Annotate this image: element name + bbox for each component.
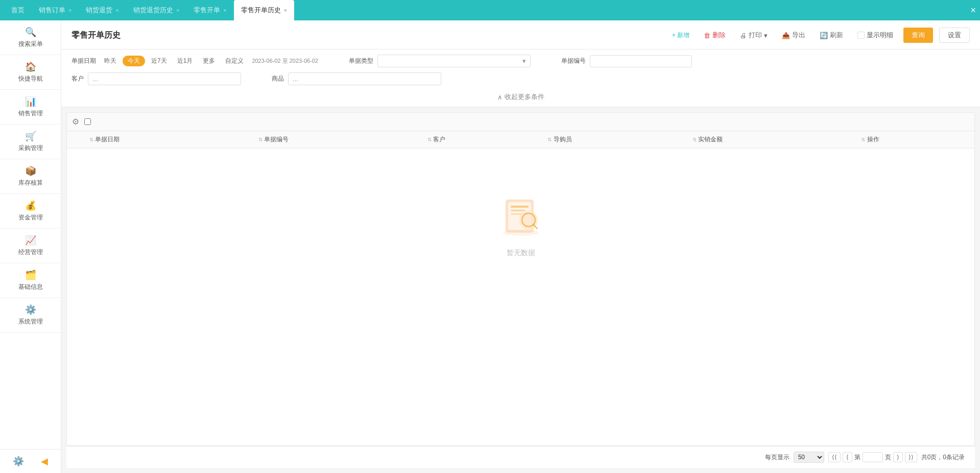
delete-label: 删除 [712, 31, 726, 40]
sidebar-label-sales: 销售管理 [18, 109, 43, 118]
tab-sales-return-history[interactable]: 销货退货历史× [126, 0, 186, 20]
tab-retail-open[interactable]: 零售开单× [186, 0, 233, 20]
client-label: 客户 [71, 74, 84, 83]
data-table: ⇅ 单据日期⇅ 单据编号⇅ 客户⇅ 导购员⇅ 实销金额⇅ 操作 [67, 131, 974, 148]
collapse-button[interactable]: ∧ 收起更多条件 [497, 92, 544, 102]
sidebar-item-search[interactable]: 🔍 搜索采单 [0, 20, 61, 55]
goods-label: 商品 [272, 74, 284, 83]
sidebar-bottom: ⚙️ ◀ [0, 449, 61, 473]
page-title-row: 零售开单历史 + 新增 🗑 删除 🖨 打印 ▾ 📤 导出 [71, 28, 970, 43]
collapse-label: 收起更多条件 [505, 92, 544, 102]
sidebar-label-nav: 快捷导航 [18, 74, 43, 83]
col-header-client[interactable]: ⇅ 客户 [420, 131, 541, 148]
sidebar-item-purchase[interactable]: 🛒 采购管理 [0, 125, 61, 159]
table-settings-icon[interactable]: ⚙ [72, 117, 79, 127]
col-header-guide[interactable]: ⇅ 导购员 [540, 131, 685, 148]
add-button[interactable]: + 新增 [668, 29, 694, 42]
refresh-button[interactable]: 🔄 刷新 [816, 29, 847, 42]
goods-filter: 商品 ... [272, 72, 441, 85]
sidebar-icon-purchase: 🛒 [25, 131, 36, 142]
col-header-date[interactable]: ⇅ 单据日期 [82, 131, 251, 148]
collapse-icon[interactable]: ◀ [41, 456, 48, 467]
display-detail-button[interactable]: 显示明细 [853, 29, 897, 42]
sidebar-item-nav[interactable]: 🏠 快捷导航 [0, 55, 61, 90]
next-page-button[interactable]: ⟩ [893, 452, 903, 462]
date-filter: 单据日期 昨天今天近7天近1月更多自定义 2023-06-02 至 2023-0… [71, 56, 318, 66]
collapse-row: ∧ 收起更多条件 [71, 90, 970, 102]
tab-close-retail-open-history[interactable]: × [284, 7, 287, 13]
query-button[interactable]: 查询 [903, 28, 933, 43]
sort-icon-guide: ⇅ [547, 137, 552, 142]
top-bar-actions: × [966, 5, 976, 16]
page-input[interactable]: 1 [863, 452, 883, 462]
svg-rect-4 [511, 210, 525, 211]
num-input[interactable] [590, 55, 692, 67]
tab-list: 首页销售订单×销货退货×销货退货历史×零售开单×零售开单历史× [4, 0, 966, 20]
sort-icon-date: ⇅ [89, 137, 93, 142]
date-btn-近1月[interactable]: 近1月 [173, 56, 197, 66]
tab-home[interactable]: 首页 [4, 0, 32, 20]
tab-retail-open-history[interactable]: 零售开单历史× [234, 0, 294, 20]
per-page-select[interactable]: 50 100 200 [794, 452, 824, 463]
date-btn-近7天[interactable]: 近7天 [147, 56, 171, 66]
first-page-button[interactable]: ⟨⟨ [828, 452, 841, 462]
sidebar-label-basic: 基础信息 [18, 283, 43, 291]
type-select[interactable]: ▾ [377, 55, 531, 67]
sort-icon-action: ⇅ [861, 137, 865, 142]
tab-label-retail-open-history: 零售开单历史 [241, 6, 281, 15]
delete-button[interactable]: 🗑 删除 [700, 29, 730, 42]
sidebar-label-search: 搜索采单 [18, 40, 43, 48]
select-all-checkbox[interactable] [84, 118, 91, 125]
date-btn-昨天[interactable]: 昨天 [100, 56, 121, 66]
date-btn-更多[interactable]: 更多 [199, 56, 219, 66]
empty-state: 暂无数据 [67, 148, 974, 298]
print-button[interactable]: 🖨 打印 ▾ [736, 29, 772, 42]
settings-icon[interactable]: ⚙️ [13, 456, 24, 467]
delete-icon: 🗑 [704, 32, 710, 39]
tab-label-sales-return: 销货退货 [86, 6, 112, 15]
settings-button[interactable]: 设置 [939, 28, 970, 43]
display-checkbox[interactable] [857, 32, 865, 39]
svg-rect-3 [511, 206, 529, 208]
sidebar-item-operation[interactable]: 📈 经营管理 [0, 229, 61, 263]
goods-input[interactable]: ... [288, 72, 441, 85]
filter-row-1: 单据日期 昨天今天近7天近1月更多自定义 2023-06-02 至 2023-0… [71, 55, 970, 67]
export-label: 导出 [792, 31, 805, 40]
tab-sales-order[interactable]: 销售订单× [32, 0, 79, 20]
sidebar-item-inventory[interactable]: 📦 库存核算 [0, 159, 61, 194]
date-btn-今天[interactable]: 今天 [123, 56, 145, 66]
sidebar-item-sales[interactable]: 📊 销售管理 [0, 90, 61, 125]
tab-label-sales-order: 销售订单 [39, 6, 65, 15]
prev-page-button[interactable]: ⟨ [843, 452, 852, 462]
last-page-button[interactable]: ⟩⟩ [905, 452, 917, 462]
tab-close-retail-open[interactable]: × [223, 7, 226, 13]
sidebar-item-finance[interactable]: 💰 资金管理 [0, 194, 61, 229]
sidebar-item-system[interactable]: ⚙️ 系统管理 [0, 298, 61, 333]
date-btn-自定义[interactable]: 自定义 [221, 56, 248, 66]
export-button[interactable]: 📤 导出 [778, 29, 809, 42]
window-close-button[interactable]: × [970, 5, 976, 16]
type-select-chevron: ▾ [522, 57, 526, 65]
sidebar-label-system: 系统管理 [18, 317, 43, 326]
client-input[interactable]: ... [88, 72, 241, 85]
col-header-action[interactable]: ⇅ 操作 [854, 131, 974, 148]
table-container: ⚙ ⇅ 单据日期⇅ 单据编号⇅ 客户⇅ 导购员⇅ 实销金额⇅ 操作 [66, 112, 975, 446]
filter-row-2: 客户 ... 商品 ... [71, 72, 970, 85]
tab-close-sales-return[interactable]: × [115, 7, 118, 13]
type-label: 单据类型 [349, 57, 373, 65]
sidebar-label-operation: 经营管理 [18, 248, 43, 257]
col-header-amount[interactable]: ⇅ 实销金额 [685, 131, 854, 148]
tab-close-sales-return-history[interactable]: × [176, 7, 179, 13]
col-header-num[interactable]: ⇅ 单据编号 [251, 131, 420, 148]
date-label: 单据日期 [71, 57, 96, 65]
table-header: ⇅ 单据日期⇅ 单据编号⇅ 客户⇅ 导购员⇅ 实销金额⇅ 操作 [67, 131, 974, 148]
sidebar-items: 🔍 搜索采单 🏠 快捷导航 📊 销售管理 🛒 采购管理 📦 库存核算 💰 资金管… [0, 20, 61, 333]
print-chevron-icon: ▾ [764, 32, 768, 39]
tab-close-sales-order[interactable]: × [68, 7, 71, 13]
sidebar-item-basic[interactable]: 🗂️ 基础信息 [0, 263, 61, 298]
tab-sales-return[interactable]: 销货退货× [79, 0, 126, 20]
sidebar: 🔍 搜索采单 🏠 快捷导航 📊 销售管理 🛒 采购管理 📦 库存核算 💰 资金管… [0, 20, 61, 473]
tab-label-home: 首页 [11, 6, 25, 15]
sidebar-icon-basic: 🗂️ [25, 269, 36, 281]
sidebar-label-inventory: 库存核算 [18, 179, 43, 187]
